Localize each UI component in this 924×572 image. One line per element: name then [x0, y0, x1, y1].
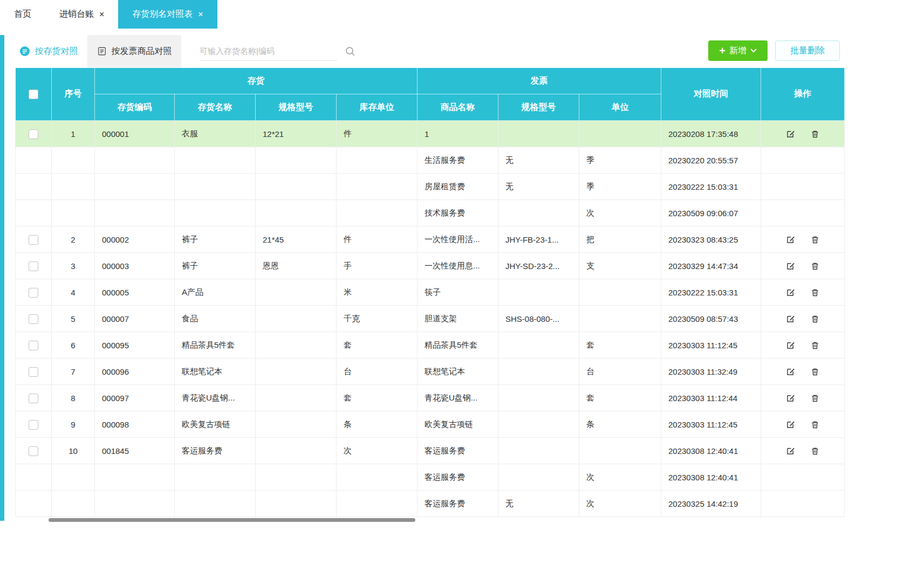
- cell-compare-time: 20230222 15:03:31: [661, 279, 761, 306]
- delete-icon[interactable]: [811, 394, 819, 403]
- edit-icon[interactable]: [786, 129, 795, 139]
- cell-seq: [52, 200, 95, 226]
- row-action-cell: [761, 332, 845, 359]
- cell-product-spec: 无: [498, 147, 579, 174]
- cell-product-spec: JHY-SD-23-2...: [498, 253, 579, 279]
- tab-purchase-sale-ledger[interactable]: 进销台账 ×: [45, 0, 118, 29]
- select-all-checkbox[interactable]: [29, 89, 38, 99]
- cell-product-unit: 台: [579, 359, 661, 385]
- cell-product-unit: [579, 279, 661, 306]
- view-tab-by-inventory[interactable]: 按存货对照: [10, 35, 87, 67]
- header-compare-time: 对照时间: [661, 68, 761, 121]
- inventory-alias-table: 序号 存货 发票 对照时间 操作 存货编码 存货名称 规格型号 库存单位 商品名…: [15, 67, 845, 517]
- delete-icon[interactable]: [811, 341, 819, 350]
- row-checkbox-cell: [16, 279, 52, 306]
- cell-inventory-code: 000005: [95, 279, 175, 306]
- cell-inventory-code: [95, 174, 175, 200]
- cell-seq: 2: [52, 226, 95, 253]
- cell-compare-time: 20230325 14:42:19: [661, 491, 761, 517]
- header-product-spec: 规格型号: [498, 94, 579, 121]
- cell-inventory-spec: [256, 411, 337, 438]
- cell-seq: 3: [52, 253, 95, 279]
- search-input[interactable]: [200, 42, 337, 61]
- cell-product-spec: [498, 200, 579, 226]
- cell-product-unit: 套: [579, 332, 661, 359]
- delete-icon[interactable]: [811, 367, 819, 376]
- delete-icon[interactable]: [811, 446, 819, 456]
- edit-icon[interactable]: [786, 314, 795, 323]
- cell-inventory-code: 000003: [95, 253, 175, 279]
- delete-icon[interactable]: [811, 288, 819, 297]
- cell-product-spec: 无: [498, 174, 579, 200]
- cell-inventory-code: 001845: [95, 438, 175, 464]
- cell-inventory-code: [95, 491, 175, 517]
- row-action-cell: [761, 253, 845, 279]
- cell-product-unit: 季: [579, 174, 661, 200]
- delete-icon[interactable]: [811, 420, 819, 429]
- row-checkbox[interactable]: [29, 314, 38, 324]
- cell-product-spec: [498, 359, 579, 385]
- edit-icon[interactable]: [786, 288, 795, 297]
- cell-inventory-spec: 21*45: [256, 226, 337, 253]
- cell-product-name: 客运服务费: [417, 438, 498, 464]
- cell-compare-time: 20230308 12:40:41: [661, 438, 761, 464]
- delete-icon[interactable]: [811, 261, 819, 271]
- search-box: [200, 41, 355, 61]
- left-accent-strip: [0, 35, 4, 521]
- table-row: 1 000001 衣服 12*21 件 1 20230208 17:35:48: [16, 121, 845, 147]
- delete-icon[interactable]: [811, 314, 819, 323]
- edit-icon[interactable]: [786, 394, 795, 403]
- tab-home[interactable]: 首页: [0, 0, 45, 29]
- edit-icon[interactable]: [786, 367, 795, 376]
- cell-product-name: 技术服务费: [417, 200, 498, 226]
- row-checkbox[interactable]: [29, 261, 38, 271]
- cell-inventory-unit: 米: [337, 279, 417, 306]
- row-checkbox[interactable]: [29, 288, 38, 298]
- view-tab-by-invoice[interactable]: 按发票商品对照: [87, 35, 181, 67]
- cell-inventory-name: [175, 464, 256, 491]
- cell-inventory-name: 裤子: [175, 253, 256, 279]
- cell-inventory-spec: [256, 491, 337, 517]
- row-checkbox[interactable]: [29, 235, 38, 245]
- cell-product-unit: 支: [579, 253, 661, 279]
- search-icon[interactable]: [345, 46, 355, 57]
- cell-inventory-name: 衣服: [175, 121, 256, 147]
- cell-inventory-code: 000001: [95, 121, 175, 147]
- cell-inventory-unit: 千克: [337, 306, 417, 332]
- close-icon[interactable]: ×: [99, 10, 104, 19]
- cell-inventory-unit: [337, 174, 417, 200]
- cell-inventory-spec: [256, 174, 337, 200]
- cell-inventory-spec: [256, 279, 337, 306]
- cell-compare-time: 20230220 20:55:57: [661, 147, 761, 174]
- edit-icon[interactable]: [786, 261, 795, 271]
- row-action-cell: [761, 359, 845, 385]
- cell-inventory-code: 000095: [95, 332, 175, 359]
- row-checkbox[interactable]: [29, 129, 38, 139]
- table-row: 3 000003 裤子 恩恩 手 一次性使用息... JHY-SD-23-2..…: [16, 253, 845, 279]
- cell-inventory-unit: 套: [337, 332, 417, 359]
- select-all-header-cell: [16, 68, 52, 121]
- row-checkbox[interactable]: [29, 341, 38, 350]
- batch-delete-button[interactable]: 批量删除: [775, 40, 840, 61]
- row-checkbox[interactable]: [29, 394, 38, 403]
- cell-product-unit: 次: [579, 491, 661, 517]
- cell-inventory-name: 欧美复古项链: [175, 411, 256, 438]
- delete-icon[interactable]: [811, 235, 819, 244]
- cell-product-unit: 次: [579, 200, 661, 226]
- horizontal-scrollbar-thumb[interactable]: [49, 518, 415, 522]
- tab-inventory-alias-table[interactable]: 存货别名对照表 ×: [118, 0, 217, 29]
- edit-icon[interactable]: [786, 235, 795, 244]
- delete-icon[interactable]: [811, 129, 819, 139]
- edit-icon[interactable]: [786, 341, 795, 350]
- row-checkbox[interactable]: [29, 420, 38, 430]
- row-checkbox[interactable]: [29, 446, 38, 456]
- cell-inventory-spec: [256, 147, 337, 174]
- cell-inventory-unit: 件: [337, 121, 417, 147]
- row-checkbox[interactable]: [29, 367, 38, 377]
- cell-inventory-spec: [256, 464, 337, 491]
- header-inventory-spec: 规格型号: [256, 94, 337, 121]
- add-button[interactable]: + 新增: [708, 40, 768, 61]
- edit-icon[interactable]: [786, 446, 795, 456]
- edit-icon[interactable]: [786, 420, 795, 429]
- close-icon[interactable]: ×: [198, 10, 203, 19]
